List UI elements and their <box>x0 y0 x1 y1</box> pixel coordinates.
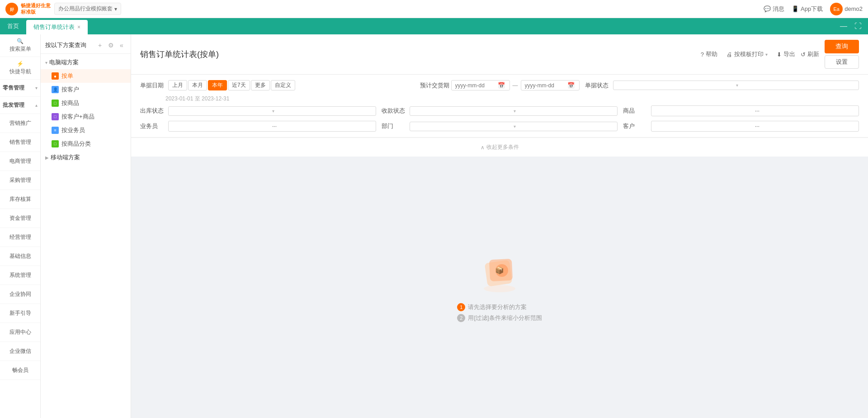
filter-row-3: 业务员 ··· 部门 ▾ 客户 <box>140 121 859 132</box>
maximize-btn[interactable]: ⛶ <box>852 20 864 32</box>
mobile-group-label[interactable]: ▶ 移动端方案 <box>41 151 131 164</box>
left-panel: 按以下方案查询 + ⚙ « ▾ 电脑端方案 ● 按单 👤 按客户 <box>41 34 131 418</box>
logo-text: 畅捷通好生意 标准版 <box>21 3 51 14</box>
chevron-down-icon: ▾ <box>514 109 613 114</box>
tab-home[interactable]: 首页 <box>0 18 26 34</box>
delivery-select[interactable]: ▾ <box>168 106 376 116</box>
expected-date-to-input[interactable] <box>525 82 566 89</box>
scheme-by-category[interactable]: □ 按商品分类 <box>41 137 131 151</box>
expected-date-label: 预计交货期 <box>420 81 449 90</box>
sidebar-item-operation[interactable]: 经营管理 <box>0 228 40 247</box>
date-btn-custom[interactable]: 自定义 <box>271 80 295 90</box>
doc-status-select[interactable]: ▾ <box>613 81 859 90</box>
sidebar-item-marketing[interactable]: 营销推广 <box>0 114 40 133</box>
minimize-btn[interactable]: — <box>837 20 850 32</box>
sidebar-nav[interactable]: ⚡ 快捷导航 <box>0 57 40 80</box>
calendar-icon: 📅 <box>567 82 575 89</box>
tab-bar-actions: — ⛶ <box>837 20 868 32</box>
set-button[interactable]: 设置 <box>825 55 859 69</box>
refresh-btn[interactable]: ↺ 刷新 <box>801 50 819 58</box>
scheme-icon: □ <box>52 113 59 120</box>
message-btn[interactable]: 💬 消息 <box>764 5 784 13</box>
scheme-by-cust-prod[interactable]: □ 按客户+商品 <box>41 110 131 124</box>
sidebar-item-wholesale[interactable]: 批发管理 ▴ <box>0 97 40 114</box>
collapse-panel-btn[interactable]: « <box>117 41 126 50</box>
sidebar-search[interactable]: 🔍 搜索菜单 <box>0 34 40 57</box>
customer-input[interactable]: ··· <box>651 121 859 132</box>
top-bar-right: 💬 消息 📱 App下载 Ea demo2 <box>764 3 863 15</box>
more-icon[interactable]: ··· <box>755 123 855 129</box>
expected-date-col: 预计交货期 📅 — 📅 <box>420 80 580 90</box>
top-bar-left: 好 畅捷通好生意 标准版 办公用品行业模拟账套 ▾ <box>5 3 121 15</box>
svg-text:好: 好 <box>9 7 14 12</box>
tab-close-btn[interactable]: × <box>77 24 80 30</box>
app-download-btn[interactable]: 📱 App下载 <box>792 5 823 13</box>
filter-row-1: 单据日期 上月 本月 本年 近7天 更多 自定义 预计交货期 <box>140 80 859 90</box>
template-print-btn[interactable]: 🖨 按模板打印 ▾ <box>723 48 771 60</box>
salesman-input[interactable]: ··· <box>168 121 376 132</box>
sidebar-item-basic[interactable]: 基础信息 <box>0 247 40 266</box>
expected-date-from[interactable]: 📅 <box>451 80 510 90</box>
sidebar-item-stock[interactable]: 库存核算 <box>0 190 40 209</box>
chevron-up-icon: ▴ <box>35 103 38 108</box>
expected-date-from-input[interactable] <box>455 82 496 89</box>
sidebar-item-member[interactable]: 畅会员 <box>0 361 40 380</box>
help-btn[interactable]: ? 帮助 <box>701 50 717 58</box>
export-btn[interactable]: ⬇ 导出 <box>777 50 795 58</box>
sidebar-item-ecom[interactable]: 电商管理 <box>0 152 40 171</box>
main-content: 📦 1 请先选择要分析的方案 2 用[过滤]条件来缩小分析范围 <box>131 157 868 418</box>
salesman-label: 业务员 <box>140 122 165 130</box>
add-scheme-btn[interactable]: + <box>95 41 104 50</box>
sidebar-item-finance[interactable]: 资金管理 <box>0 209 40 228</box>
sidebar-item-corp[interactable]: 企业协同 <box>0 285 40 304</box>
empty-illustration: 📦 <box>477 252 522 298</box>
page-title: 销售订单统计表(按单) <box>140 49 219 65</box>
help-icon: ? <box>701 51 704 58</box>
expected-date-to[interactable]: 📅 <box>521 80 580 90</box>
sidebar-item-retail[interactable]: 零售管理 ▾ <box>0 80 40 97</box>
chevron-down-icon: ▾ <box>765 52 768 57</box>
empty-state: 📦 1 请先选择要分析的方案 2 用[过滤]条件来缩小分析范围 <box>457 252 542 322</box>
more-icon[interactable]: ··· <box>755 108 855 114</box>
dept-select[interactable]: ▾ <box>410 122 618 131</box>
date-btn-this-month[interactable]: 本月 <box>188 80 207 90</box>
sidebar-item-wechat[interactable]: 企业微信 <box>0 342 40 361</box>
calendar-icon: 📅 <box>498 82 505 89</box>
sidebar-item-apps[interactable]: 应用中心 <box>0 323 40 342</box>
empty-hint-1: 1 请先选择要分析的方案 <box>457 303 542 311</box>
empty-hint-2: 2 用[过滤]条件来缩小分析范围 <box>457 314 542 322</box>
user-menu[interactable]: Ea demo2 <box>830 3 863 15</box>
scheme-by-salesman[interactable]: ≡ 按业务员 <box>41 124 131 137</box>
date-shortcuts: 上月 本月 本年 近7天 更多 自定义 <box>168 80 295 90</box>
hint-num-2: 2 <box>457 314 465 322</box>
scheme-by-product[interactable]: □ 按商品 <box>41 96 131 110</box>
payment-select[interactable]: ▾ <box>410 106 618 116</box>
sidebar-item-system[interactable]: 系统管理 <box>0 266 40 285</box>
product-input[interactable]: ··· <box>651 105 859 116</box>
scheme-by-customer[interactable]: 👤 按客户 <box>41 83 131 96</box>
doc-status-label: 单据状态 <box>585 81 610 90</box>
date-btn-last-month[interactable]: 上月 <box>168 80 187 90</box>
scheme-by-order[interactable]: ● 按单 <box>41 69 131 83</box>
query-button[interactable]: 查询 <box>825 40 859 53</box>
filter-row-2: 出库状态 ▾ 收款状态 ▾ 商品 <box>140 105 859 116</box>
sidebar-item-sales[interactable]: 销售管理 <box>0 133 40 152</box>
left-panel-header: 按以下方案查询 + ⚙ « <box>41 38 131 54</box>
pc-group-label[interactable]: ▾ 电脑端方案 <box>41 56 131 69</box>
delivery-status-col: 出库状态 ▾ <box>140 106 376 116</box>
tab-bar: 首页 销售订单统计表 × — ⛶ <box>0 18 868 34</box>
delivery-label: 出库状态 <box>140 107 165 115</box>
nav-icon: ⚡ <box>17 61 24 67</box>
chevron-down-icon: ▾ <box>272 109 372 114</box>
date-btn-more[interactable]: 更多 <box>251 80 270 90</box>
sidebar-item-newbie[interactable]: 新手引导 <box>0 304 40 323</box>
payment-label: 收款状态 <box>382 107 407 115</box>
more-icon[interactable]: ··· <box>272 123 372 129</box>
sidebar-item-purchase[interactable]: 采购管理 <box>0 171 40 190</box>
settings-scheme-btn[interactable]: ⚙ <box>106 41 115 50</box>
tab-sales-order-report[interactable]: 销售订单统计表 × <box>26 20 88 34</box>
date-btn-7days[interactable]: 近7天 <box>228 80 250 90</box>
workspace-selector[interactable]: 办公用品行业模拟账套 ▾ <box>54 3 121 15</box>
date-btn-this-year[interactable]: 本年 <box>208 80 227 90</box>
collapse-bar[interactable]: ∧ 收起更多条件 <box>131 140 868 155</box>
